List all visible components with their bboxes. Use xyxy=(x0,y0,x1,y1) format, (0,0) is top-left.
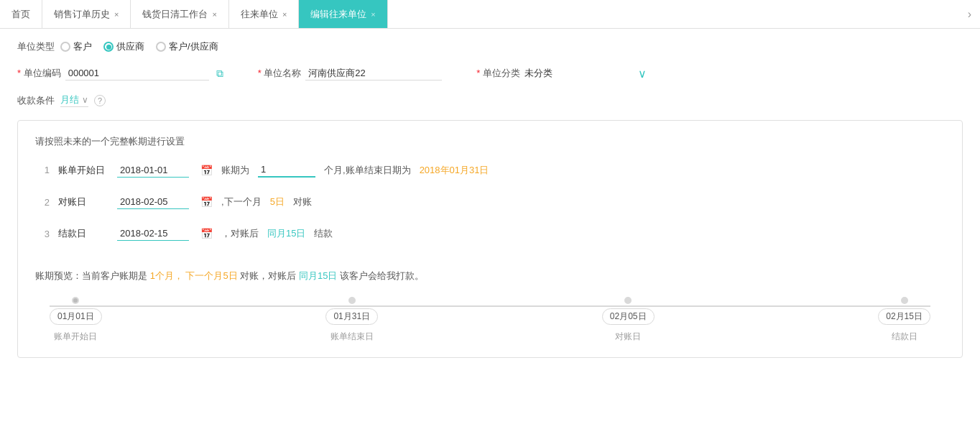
radio-supplier-circle xyxy=(103,42,114,52)
payment-note-day: 同月15日 xyxy=(267,227,305,240)
timeline-point-0: 01月01日 账单开始日 xyxy=(50,297,102,343)
unit-name-label: 单位名称 xyxy=(258,67,302,80)
tab-edit-partner[interactable]: 编辑往来单位 × xyxy=(299,0,387,28)
preview-label: 账期预览：当前客户账期是 xyxy=(35,270,147,281)
radio-both-circle xyxy=(156,42,166,52)
payment-terms-select[interactable]: 月结 ∨ xyxy=(60,93,88,107)
timeline-label-3: 结款日 xyxy=(892,331,917,343)
row-1-label: 账单开始日 xyxy=(58,164,108,177)
preview-payment-suffix: 该客户会给我打款。 xyxy=(340,270,424,281)
payment-note-prefix: ，对账后 xyxy=(221,227,259,240)
reconcile-date-row: 2 对账日 📅 ,下一个月 5日 对账 xyxy=(35,195,945,209)
tab-sales-history-close[interactable]: × xyxy=(114,10,119,19)
unit-type-row: 单位类型 客户 供应商 客户/供应商 xyxy=(17,40,963,53)
tab-edit-partner-label: 编辑往来单位 xyxy=(310,8,366,21)
section-title: 请按照未来的一个完整帐期进行设置 xyxy=(35,135,945,148)
timeline-point-2: 02月05日 对账日 xyxy=(602,297,655,343)
radio-supplier[interactable]: 供应商 xyxy=(103,40,144,53)
unit-info-row: 单位编码 ⧉ 单位名称 单位分类 未分类 ∨ xyxy=(17,66,963,80)
tab-cash-workbench[interactable]: 钱货日清工作台 × xyxy=(131,0,228,28)
tab-home[interactable]: 首页 xyxy=(0,0,42,28)
payment-terms-chevron[interactable]: ∨ xyxy=(82,95,88,105)
tab-partner[interactable]: 往来单位 × xyxy=(229,0,299,28)
timeline-points: 01月01日 账单开始日 01月31日 账单结束日 02月05日 对账日 xyxy=(50,297,930,343)
start-date-calendar-icon[interactable]: 📅 xyxy=(200,165,213,176)
payment-terms-value: 月结 xyxy=(60,93,79,106)
timeline-dot-3 xyxy=(901,297,908,304)
reconcile-date-calendar-icon[interactable]: 📅 xyxy=(200,196,213,208)
radio-both[interactable]: 客户/供应商 xyxy=(156,40,218,53)
timeline-point-1: 01月31日 账单结束日 xyxy=(325,297,378,343)
timeline-badge-1: 01月31日 xyxy=(325,308,378,325)
preview-period: 1个月， xyxy=(150,270,183,281)
timeline-badge-3: 02月15日 xyxy=(878,308,930,325)
tab-edit-partner-close[interactable]: × xyxy=(371,10,375,19)
unit-type-label: 单位类型 xyxy=(17,40,55,53)
unit-code-label: 单位编码 xyxy=(17,67,61,80)
radio-customer[interactable]: 客户 xyxy=(60,40,92,53)
tab-partner-label: 往来单位 xyxy=(241,8,278,21)
row-2-label: 对账日 xyxy=(58,196,108,208)
start-date-input[interactable] xyxy=(117,163,189,178)
unit-type-radio-group: 客户 供应商 客户/供应商 xyxy=(60,40,218,53)
payment-terms-row: 收款条件 月结 ∨ ? xyxy=(17,93,963,107)
reconcile-note-suffix: 对账 xyxy=(293,196,312,208)
unit-name-group: 单位名称 xyxy=(258,66,443,80)
preview-reconcile-prefix: 下一个月 xyxy=(185,270,223,281)
unit-category-chevron[interactable]: ∨ xyxy=(638,67,647,80)
payment-date-calendar-icon[interactable]: 📅 xyxy=(200,228,213,239)
row-3-num: 3 xyxy=(35,229,50,239)
period-suffix: 账期为 xyxy=(221,164,249,177)
preview-payment-day: 同月15日 xyxy=(299,270,337,281)
timeline-dot-0 xyxy=(72,297,79,304)
payment-note-suffix: 结款 xyxy=(314,227,333,240)
row-3-label: 结款日 xyxy=(58,227,108,240)
period-unit-text: 个月,账单结束日期为 xyxy=(324,164,411,177)
row-1-num: 1 xyxy=(35,165,50,175)
timeline-label-0: 账单开始日 xyxy=(54,331,97,343)
timeline-badge-0: 01月01日 xyxy=(50,308,102,325)
period-value-input[interactable] xyxy=(258,162,315,178)
unit-category-select[interactable]: 未分类 ∨ xyxy=(524,67,647,80)
tab-sales-history[interactable]: 销售订单历史 × xyxy=(42,0,131,28)
preview-text: 账期预览：当前客户账期是 1个月， 下一个月5日 对账，对账后 同月15日 该客… xyxy=(35,270,945,282)
timeline-badge-2: 02月05日 xyxy=(602,308,655,325)
radio-supplier-label: 供应商 xyxy=(116,40,144,53)
row-2-num: 2 xyxy=(35,197,50,208)
timeline-label-2: 对账日 xyxy=(615,331,641,343)
payment-date-row: 3 结款日 📅 ，对账后 同月15日 结款 xyxy=(35,226,945,241)
tab-expand-icon[interactable]: › xyxy=(959,8,980,21)
payment-date-input[interactable] xyxy=(117,226,189,241)
period-end-text: 2018年01月31日 xyxy=(420,164,489,177)
payment-terms-label: 收款条件 xyxy=(17,94,55,107)
reconcile-date-input[interactable] xyxy=(117,195,189,209)
radio-both-label: 客户/供应商 xyxy=(169,40,218,53)
timeline-label-1: 账单结束日 xyxy=(330,331,374,343)
timeline-point-3: 02月15日 结款日 xyxy=(878,297,930,343)
unit-code-input[interactable] xyxy=(65,66,209,80)
tab-home-label: 首页 xyxy=(11,8,30,21)
radio-customer-label: 客户 xyxy=(73,40,92,53)
reconcile-note-prefix: ,下一个月 xyxy=(221,196,262,208)
tab-partner-close[interactable]: × xyxy=(282,10,287,19)
timeline-dot-1 xyxy=(348,297,356,304)
start-date-row: 1 账单开始日 📅 账期为 个月,账单结束日期为 2018年01月31日 xyxy=(35,162,945,178)
preview-section: 账期预览：当前客户账期是 1个月， 下一个月5日 对账，对账后 同月15日 该客… xyxy=(35,258,945,343)
payment-terms-help-icon[interactable]: ? xyxy=(94,95,106,106)
tab-cash-workbench-close[interactable]: × xyxy=(212,10,216,19)
tab-sales-history-label: 销售订单历史 xyxy=(54,8,110,21)
unit-name-input[interactable] xyxy=(305,66,442,80)
unit-code-group: 单位编码 ⧉ xyxy=(17,66,223,80)
radio-customer-circle xyxy=(60,42,70,52)
tab-bar: 首页 销售订单历史 × 钱货日清工作台 × 往来单位 × 编辑往来单位 × › xyxy=(0,0,980,29)
timeline: 01月01日 账单开始日 01月31日 账单结束日 02月05日 对账日 xyxy=(35,297,945,343)
main-content: 单位类型 客户 供应商 客户/供应商 单位编码 ⧉ 单位名称 xyxy=(0,29,980,437)
unit-category-group: 单位分类 未分类 ∨ xyxy=(476,67,647,80)
preview-reconcile-day: 5日 xyxy=(223,270,237,281)
reconcile-note-day: 5日 xyxy=(270,196,285,208)
unit-category-value: 未分类 xyxy=(524,67,632,80)
unit-category-label: 单位分类 xyxy=(476,67,520,80)
preview-reconcile-suffix: 对账，对账后 xyxy=(240,270,296,281)
unit-code-copy-icon[interactable]: ⧉ xyxy=(216,68,223,80)
tab-cash-workbench-label: 钱货日清工作台 xyxy=(142,8,208,21)
